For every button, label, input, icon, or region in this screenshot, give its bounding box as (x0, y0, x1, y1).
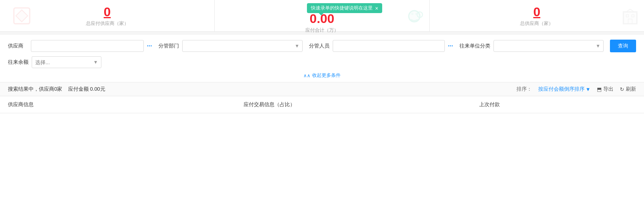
stat-suppliers-number[interactable]: 0 (520, 4, 553, 19)
export-icon: ⬒ (597, 86, 602, 92)
filter-row-2: 往来余额 ▼ (8, 56, 636, 68)
col-payment-header: 上次付款 (479, 101, 636, 108)
export-label: 导出 (603, 86, 614, 93)
collapse-up-icon: ∧∧ (303, 73, 311, 78)
building-icon (620, 6, 640, 26)
stat-payable-total: 快速录单的快捷键说明在这里 × 0.00 应付合计（万） (215, 0, 429, 31)
supplier-ellipsis[interactable]: ··· (147, 42, 152, 50)
svg-point-5 (415, 13, 417, 15)
svg-marker-1 (16, 10, 28, 22)
stat-payable-label: 总应付供应商（家） (86, 20, 129, 27)
svg-point-3 (417, 12, 423, 17)
department-input[interactable] (182, 40, 303, 52)
tooltip-text: 快速录单的快捷键说明在这里 (311, 5, 373, 11)
sort-select[interactable]: 按应付会额倒序排序 ▼ (538, 86, 591, 93)
filter-supplier: 供应商 ··· (8, 40, 152, 52)
unit-type-label: 往来单位分类 (459, 42, 490, 50)
department-dropdown-icon: ▼ (295, 43, 299, 49)
refresh-label: 刷新 (626, 86, 636, 93)
tooltip-close-button[interactable]: × (375, 6, 378, 11)
department-input-wrapper: ▼ (182, 40, 303, 52)
result-amount: 应付金额 0.00元 (68, 86, 105, 92)
unit-type-input-wrapper: ▼ (493, 40, 604, 52)
sort-chevron-icon: ▼ (585, 86, 591, 92)
export-button[interactable]: ⬒ 导出 (597, 86, 614, 93)
result-bar: 搜索结果中，供应商0家 应付金额 0.00元 排序： 按应付会额倒序排序 ▼ ⬒… (0, 82, 644, 96)
balance-input[interactable] (32, 56, 101, 68)
sort-value: 按应付会额倒序排序 (538, 86, 585, 93)
filter-section: 供应商 ··· 分管部门 ▼ 分管人员 ··· 往来单位分类 (0, 35, 644, 82)
balance-input-wrapper: ▼ (32, 56, 101, 68)
diamond-icon (12, 6, 32, 26)
refresh-icon: ↻ (620, 86, 624, 92)
top-stats-bar: 0 总应付供应商（家） 快速录单的快捷键说明在这里 × 0.00 应付合计（万） (0, 0, 644, 32)
stat-suppliers-label: 总供应商（家） (520, 20, 553, 27)
collapse-row: ∧∧ 收起更多条件 (8, 72, 636, 79)
filter-row-1: 供应商 ··· 分管部门 ▼ 分管人员 ··· 往来单位分类 (8, 40, 636, 52)
result-actions: 排序： 按应付会额倒序排序 ▼ ⬒ 导出 ↻ 刷新 (516, 86, 636, 93)
person-ellipsis[interactable]: ··· (448, 42, 453, 50)
department-label: 分管部门 (158, 42, 179, 50)
col-supplier-header: 供应商信息 (8, 101, 244, 108)
tooltip-bubble: 快速录单的快捷键说明在这里 × (307, 3, 382, 13)
table-body (0, 113, 644, 204)
svg-point-4 (411, 13, 413, 15)
query-button[interactable]: 查询 (610, 40, 636, 52)
person-input-wrapper (333, 40, 445, 52)
person-input[interactable] (333, 40, 445, 52)
balance-dropdown-icon: ▼ (93, 59, 98, 65)
person-label: 分管人员 (309, 42, 330, 50)
pig-icon (406, 6, 425, 26)
result-info: 搜索结果中，供应商0家 应付金额 0.00元 (8, 86, 105, 93)
stat-payable-number[interactable]: 0 (86, 4, 129, 19)
sort-label: 排序： (516, 86, 532, 93)
refresh-button[interactable]: ↻ 刷新 (620, 86, 636, 93)
collapse-button[interactable]: ∧∧ 收起更多条件 (303, 72, 341, 79)
table-header: 供应商信息 应付交易信息（占比） 上次付款 (0, 96, 644, 113)
filter-department: 分管部门 ▼ (158, 40, 303, 52)
filter-unit-type: 往来单位分类 ▼ (459, 40, 604, 52)
collapse-label: 收起更多条件 (312, 72, 341, 79)
svg-rect-6 (623, 12, 637, 24)
unit-type-dropdown-icon: ▼ (596, 43, 600, 49)
stat-total-payable-suppliers: 0 总应付供应商（家） (0, 0, 215, 31)
filter-person: 分管人员 ··· (309, 40, 453, 52)
result-text: 搜索结果中，供应商0家 (8, 86, 62, 92)
balance-label: 往来余额 (8, 59, 29, 66)
stat-total-label: 应付合计（万） (305, 27, 339, 34)
supplier-input[interactable] (31, 40, 144, 52)
col-transaction-header: 应付交易信息（占比） (244, 101, 479, 108)
unit-type-input[interactable] (493, 40, 604, 52)
supplier-input-wrapper (31, 40, 144, 52)
stat-total-suppliers: 0 总供应商（家） (430, 0, 644, 31)
filter-balance: 往来余额 ▼ (8, 56, 101, 68)
supplier-label: 供应商 (8, 42, 28, 50)
